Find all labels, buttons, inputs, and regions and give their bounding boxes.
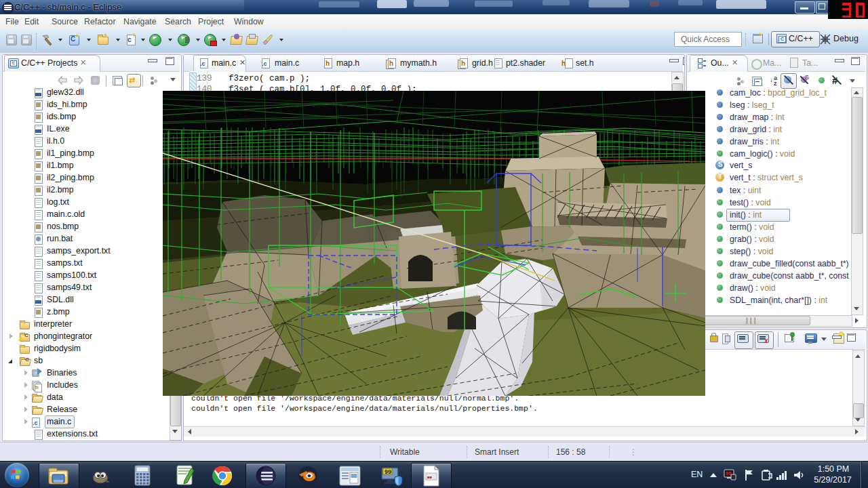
svg-text:99: 99	[726, 471, 731, 476]
svg-text:99: 99	[384, 468, 391, 475]
svg-text:■■: ■■	[427, 475, 433, 480]
